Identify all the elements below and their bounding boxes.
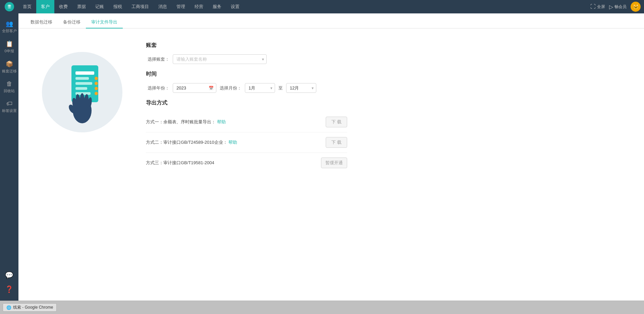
nav-right: ⛶ 全屏 ▷ 畅会员 🐱 (590, 2, 641, 12)
zero-filing-icon: 📋 (6, 40, 13, 48)
main-layout: 👥 全部客户 📋 0申报 📦 账套迁移 🗑 回收站 🏷 标签设置 💬 ❓ 数据包… (0, 13, 644, 301)
export-method-2-download-button[interactable]: 下 载 (326, 137, 347, 148)
nav-business[interactable]: 工商项目 (127, 0, 154, 13)
export-method-3-label: 方式三：审计接口GB/T19581-2004 (146, 160, 214, 165)
form-area: 账套 选择账套： ▾ 时间 选择年份： (146, 42, 347, 173)
end-month-select[interactable]: 1月2月3月 4月5月6月 7月8月9月 10月11月12月 (286, 83, 316, 93)
export-method-2-label: 方式二：审计接口GB/T24589-2010企业： (146, 140, 227, 145)
export-method-2: 方式二：审计接口GB/T24589-2010企业： 帮助 下 载 (146, 132, 347, 153)
sidebar-item-account-migration[interactable]: 📦 账套迁移 (0, 57, 18, 77)
nav-settings[interactable]: 设置 (226, 0, 244, 13)
svg-point-14 (80, 93, 85, 109)
migration-icon: 📦 (6, 60, 13, 68)
export-method-1-text: 方式一：余额表、序时账批量导出： 帮助 (146, 119, 226, 125)
export-section: 导出方式 方式一：余额表、序时账批量导出： 帮助 下 载 (146, 100, 347, 173)
tab-bar: 数据包迁移 备份迁移 审计文件导出 (18, 13, 644, 28)
nav-message[interactable]: 消息 (154, 0, 172, 13)
svg-rect-2 (75, 71, 94, 75)
illustration-circle (42, 52, 122, 132)
export-method-1-download-button[interactable]: 下 载 (326, 117, 347, 127)
nav-service[interactable]: 服务 (208, 0, 226, 13)
tab-data-migration[interactable]: 数据包迁移 (25, 16, 58, 28)
svg-rect-5 (75, 87, 87, 90)
export-method-1-help-link[interactable]: 帮助 (217, 119, 226, 124)
time-select-row: 选择年份： 📅 选择月份： 1月2月3月 4月5月6月 7月8月9月 10月11 (146, 83, 347, 93)
nav-manage[interactable]: 管理 (172, 0, 190, 13)
end-month-wrapper: 1月2月3月 4月5月6月 7月8月9月 10月11月12月 (286, 83, 316, 93)
sidebar-item-recycle[interactable]: 🗑 回收站 (0, 77, 18, 97)
sidebar-label-migration: 账套迁移 (2, 69, 17, 74)
recycle-icon: 🗑 (6, 80, 12, 87)
illustration-area (39, 42, 126, 142)
sidebar-label-zero-filing: 0申报 (4, 49, 14, 54)
year-select-label: 选择年份： (146, 85, 169, 91)
vip-button[interactable]: ▷ 畅会员 (609, 4, 627, 10)
sidebar-bottom: 💬 ❓ (3, 269, 15, 301)
vip-label: 畅会员 (614, 4, 627, 10)
nav-customer[interactable]: 客户 (36, 0, 54, 13)
year-input-wrapper: 📅 (173, 83, 216, 93)
time-section-divider: 时间 (146, 71, 347, 78)
export-method-3: 方式三：审计接口GB/T19581-2004 暂缓开通 (146, 153, 347, 173)
taskbar: 🌐 线索 - Google Chrome (0, 301, 644, 314)
taskbar-chrome-item[interactable]: 🌐 线索 - Google Chrome (3, 303, 57, 312)
taskbar-chrome-label: 线索 - Google Chrome (13, 305, 53, 310)
content-wrapper: 账套 选择账套： ▾ 时间 选择年份： (39, 42, 624, 173)
svg-rect-4 (75, 82, 92, 85)
nav-tax[interactable]: 报税 (109, 0, 127, 13)
fullscreen-label: 全屏 (597, 4, 605, 10)
month-select-label: 选择月份： (220, 85, 241, 91)
tag-icon: 🏷 (6, 100, 12, 107)
svg-point-7 (95, 77, 98, 80)
sidebar-label-tag: 标签设置 (2, 108, 17, 113)
vip-icon: ▷ (609, 4, 613, 10)
page-content: 账套 选择账套： ▾ 时间 选择年份： (18, 28, 644, 301)
time-section-title: 时间 (146, 71, 347, 78)
start-month-select[interactable]: 1月2月3月 4月5月6月 7月8月9月 10月11月12月 (245, 83, 275, 93)
svg-rect-3 (75, 77, 89, 80)
sidebar-item-tag-settings[interactable]: 🏷 标签设置 (0, 97, 18, 117)
user-avatar[interactable]: 🐱 (631, 2, 641, 12)
app-logo[interactable] (3, 1, 15, 13)
sidebar: 👥 全部客户 📋 0申报 📦 账套迁移 🗑 回收站 🏷 标签设置 💬 ❓ (0, 13, 18, 301)
tab-backup-migration[interactable]: 备份迁移 (58, 16, 86, 28)
sidebar-label-all-customers: 全部客户 (2, 28, 17, 34)
to-label: 至 (278, 85, 283, 91)
year-input[interactable] (173, 83, 216, 93)
account-select-label: 选择账套： (146, 56, 169, 62)
sidebar-item-zero-filing[interactable]: 📋 0申报 (0, 37, 18, 57)
sidebar-item-all-customers[interactable]: 👥 全部客户 (0, 17, 18, 37)
nav-home[interactable]: 首页 (18, 0, 36, 13)
top-navigation: 首页 客户 收费 票据 记账 报税 工商项目 消息 管理 经营 服务 设置 ⛶ … (0, 0, 644, 13)
nav-operation[interactable]: 经营 (190, 0, 208, 13)
illustration-svg (55, 59, 109, 126)
tab-audit-export[interactable]: 审计文件导出 (86, 16, 123, 28)
export-method-2-help-link[interactable]: 帮助 (228, 140, 237, 145)
nav-items: 首页 客户 收费 票据 记账 报税 工商项目 消息 管理 经营 服务 设置 (18, 0, 590, 13)
svg-point-10 (95, 92, 98, 95)
account-section-title: 账套 (146, 42, 347, 49)
content-area: 数据包迁移 备份迁移 审计文件导出 (18, 13, 644, 301)
export-method-2-text: 方式二：审计接口GB/T24589-2010企业： 帮助 (146, 139, 237, 145)
chrome-icon: 🌐 (6, 305, 11, 310)
sidebar-help-icon[interactable]: ❓ (3, 283, 15, 295)
fullscreen-button[interactable]: ⛶ 全屏 (590, 4, 605, 10)
sidebar-label-recycle: 回收站 (4, 88, 15, 93)
account-select-wrapper: ▾ (173, 54, 267, 64)
nav-bookkeeping[interactable]: 记账 (91, 0, 109, 13)
export-method-3-coming-soon-button[interactable]: 暂缓开通 (321, 158, 347, 168)
account-select-row: 选择账套： ▾ (146, 54, 347, 64)
export-method-1: 方式一：余额表、序时账批量导出： 帮助 下 载 (146, 112, 347, 132)
account-select-input[interactable] (173, 54, 267, 64)
nav-invoice[interactable]: 票据 (72, 0, 91, 13)
export-section-title: 导出方式 (146, 100, 347, 107)
export-method-1-label: 方式一：余额表、序时账批量导出： (146, 119, 216, 124)
svg-point-8 (95, 82, 98, 85)
fullscreen-icon: ⛶ (590, 4, 596, 10)
nav-billing[interactable]: 收费 (54, 0, 72, 13)
sidebar-chat-icon[interactable]: 💬 (3, 269, 15, 281)
export-method-3-text: 方式三：审计接口GB/T19581-2004 (146, 160, 214, 166)
start-month-wrapper: 1月2月3月 4月5月6月 7月8月9月 10月11月12月 (245, 83, 275, 93)
svg-point-9 (95, 87, 98, 90)
customers-icon: 👥 (6, 20, 13, 27)
